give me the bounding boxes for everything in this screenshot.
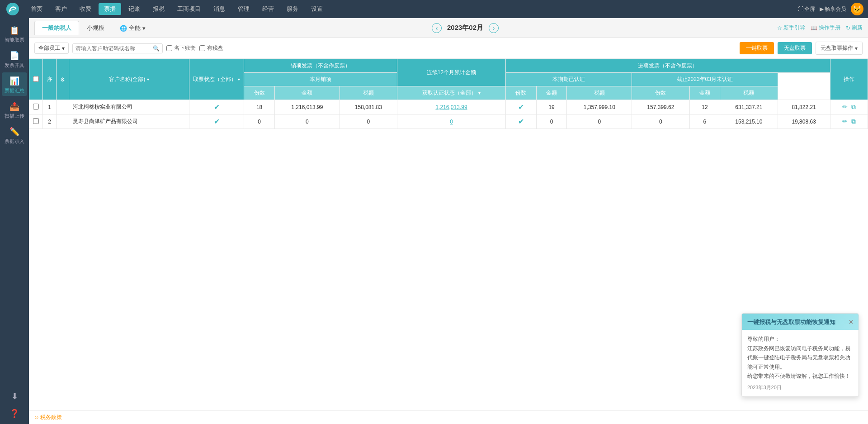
- row-uncert-count-0: 12: [689, 100, 720, 114]
- new-guide-btn[interactable]: ☆ 新手引导: [777, 24, 805, 32]
- fullscreen-btn[interactable]: ⛶ 全屏: [798, 5, 815, 13]
- tax-disk-checkbox[interactable]: [199, 45, 205, 51]
- status-filter-icon[interactable]: ▾: [238, 77, 240, 82]
- tab-period-bar: 一般纳税人 小规模 🌐 全能 ▾ ‹ 2023年02月 › ☆ 新: [29, 18, 868, 38]
- row-ops-0: ✏ ⧉: [830, 100, 868, 114]
- notification-greeting: 尊敬的用户：: [747, 334, 853, 343]
- refresh-btn[interactable]: ↻ 刷新: [846, 24, 863, 32]
- smart-ticket-icon: 📋: [9, 25, 19, 35]
- row-period-amount-1: 0: [567, 114, 632, 129]
- globe-icon: 🌐: [120, 25, 127, 32]
- no-disk-fetch-btn[interactable]: 无盘取票: [778, 42, 812, 54]
- customer-search-box[interactable]: 🔍: [72, 43, 163, 53]
- tab-all[interactable]: 🌐 全能 ▾: [112, 21, 153, 35]
- tax-disk-checkbox-label[interactable]: 有税盘: [199, 44, 223, 52]
- th-uncert-amount: 金额: [689, 86, 720, 100]
- nav-business[interactable]: 工商项目: [172, 3, 206, 15]
- row-period-amount-0: 1,357,999.10: [567, 100, 632, 114]
- tab-row: 一般纳税人 小规模 🌐 全能 ▾: [34, 21, 153, 35]
- nav-settings[interactable]: 设置: [306, 3, 328, 15]
- sidebar-help-btn[interactable]: ❓: [2, 405, 27, 420]
- th-ops: 操作: [830, 59, 868, 100]
- filter-dropdown-icon: ▾: [62, 45, 65, 52]
- row-settings-1: [57, 114, 69, 129]
- th-status: 取票状态（全部） ▾: [189, 59, 244, 100]
- edit-icon-1[interactable]: ✏: [842, 118, 848, 125]
- tax-policy-link[interactable]: ⊙ 税务政策: [34, 414, 62, 421]
- sidebar-item-invoice-summary[interactable]: 📊 票据汇总: [2, 72, 27, 96]
- manual-btn[interactable]: 📖 操作手册: [811, 24, 840, 32]
- sidebar-item-scan-upload[interactable]: 📤 扫描上传: [2, 98, 27, 121]
- row-customer-0: 河北柯橡桉实业有限公司: [69, 100, 189, 114]
- sidebar-item-issue-invoice[interactable]: 📄 发票开具: [2, 47, 27, 71]
- one-click-fetch-btn[interactable]: 一键取票: [740, 42, 774, 54]
- tab-small-scale[interactable]: 小规模: [79, 21, 112, 35]
- copy-icon-0[interactable]: ⧉: [851, 103, 856, 110]
- row-uncert-tax-0: 81,822.21: [778, 100, 830, 114]
- th-customer: 客户名称(全部) ▾: [69, 59, 189, 100]
- nav-message[interactable]: 消息: [208, 3, 231, 15]
- nav-manage[interactable]: 管理: [232, 3, 255, 15]
- select-all-checkbox[interactable]: [33, 76, 39, 82]
- nav-tax[interactable]: 报税: [147, 3, 170, 15]
- mine-checkbox[interactable]: [166, 45, 172, 51]
- status-bar: ⊙ 税务政策: [29, 410, 868, 424]
- edit-icon-0[interactable]: ✏: [842, 103, 848, 110]
- customer-filter-icon[interactable]: ▾: [147, 77, 149, 82]
- user-avatar[interactable]: 🐱: [851, 3, 863, 15]
- content-toolbar: 全部员工 ▾ 🔍 名下账套 有税盘 一键取票 无盘取票 无盘取票操作 ▾: [29, 38, 868, 59]
- row-month-tax-0: 158,081.83: [340, 100, 397, 114]
- row-cum12-1[interactable]: 0: [397, 114, 506, 129]
- invoice-entry-icon: ✏️: [9, 127, 19, 137]
- nav-service[interactable]: 服务: [281, 3, 304, 15]
- row-month-amount-0: 1,216,013.99: [274, 100, 340, 114]
- row-checkbox-0[interactable]: [29, 100, 43, 114]
- row-no-0: 1: [43, 100, 57, 114]
- row-settings-0: [57, 100, 69, 114]
- nav-fee[interactable]: 收费: [74, 3, 97, 15]
- th-no: 序: [43, 59, 57, 100]
- period-next-btn[interactable]: ›: [489, 23, 499, 33]
- row-cum12-0[interactable]: 1,216,013.99: [397, 100, 506, 114]
- settings-icon[interactable]: ⚙: [60, 76, 65, 83]
- nav-bookkeeping[interactable]: 记账: [123, 3, 146, 15]
- svg-point-0: [6, 3, 19, 15]
- row-status-1: ✔: [189, 114, 244, 129]
- ops-dropdown-icon: ▾: [855, 45, 858, 52]
- th-period-count: 份数: [506, 86, 537, 100]
- tab-dropdown-icon: ▾: [142, 25, 146, 32]
- issue-invoice-icon: 📄: [9, 51, 19, 61]
- mine-checkbox-label[interactable]: 名下账套: [166, 44, 196, 52]
- tab-general-taxpayer[interactable]: 一般纳税人: [34, 21, 79, 35]
- search-icon: 🔍: [153, 45, 160, 52]
- cert-filter-icon[interactable]: ▾: [478, 91, 481, 95]
- row-uncert-amount-1: 153,215.10: [720, 114, 778, 129]
- no-disk-ops-btn[interactable]: 无盘取票操作 ▾: [816, 42, 863, 55]
- notification-close-btn[interactable]: ×: [849, 318, 853, 326]
- nav-invoice[interactable]: 票据: [99, 3, 121, 15]
- period-prev-btn[interactable]: ‹: [432, 23, 442, 33]
- invoice-summary-icon: 📊: [9, 76, 19, 86]
- member-btn[interactable]: ▶ 畅享会员: [820, 5, 846, 13]
- help-icon: ❓: [9, 409, 19, 419]
- nav-menu: 首页 客户 收费 票据 记账 报税 工商项目 消息 管理 经营 服务 设置: [25, 3, 798, 15]
- row-month-tax-1: 0: [340, 114, 397, 129]
- sidebar: 📋 智能取票 📄 发票开具 📊 票据汇总 📤 扫描上传 ✏️ 票据录入 ⬇ ❓: [0, 18, 29, 424]
- th-period-amount: 金额: [536, 86, 567, 100]
- row-period-tax-0: 157,399.62: [632, 100, 689, 114]
- row-checkbox-1[interactable]: [29, 114, 43, 129]
- sidebar-download-btn[interactable]: ⬇: [2, 388, 27, 403]
- row-customer-1: 灵寿县尚泽矿产品有限公司: [69, 114, 189, 129]
- sidebar-item-invoice-entry[interactable]: ✏️ 票据录入: [2, 123, 27, 147]
- th-sales-group: 销项发票（不含作废票）: [244, 59, 397, 73]
- search-input[interactable]: [75, 45, 153, 52]
- nav-home[interactable]: 首页: [25, 3, 48, 15]
- nav-customer[interactable]: 客户: [50, 3, 72, 15]
- fullscreen-icon: ⛶: [798, 6, 803, 12]
- row-status-0: ✔: [189, 100, 244, 114]
- sidebar-item-smart-ticket[interactable]: 📋 智能取票: [2, 22, 27, 45]
- employee-filter[interactable]: 全部员工 ▾: [34, 43, 69, 54]
- nav-operation[interactable]: 经营: [257, 3, 279, 15]
- copy-icon-1[interactable]: ⧉: [851, 118, 856, 125]
- invoice-table: 序 ⚙ 客户名称(全部) ▾ 取票状态（全部） ▾ 销项发票（不含作废票）: [29, 59, 868, 129]
